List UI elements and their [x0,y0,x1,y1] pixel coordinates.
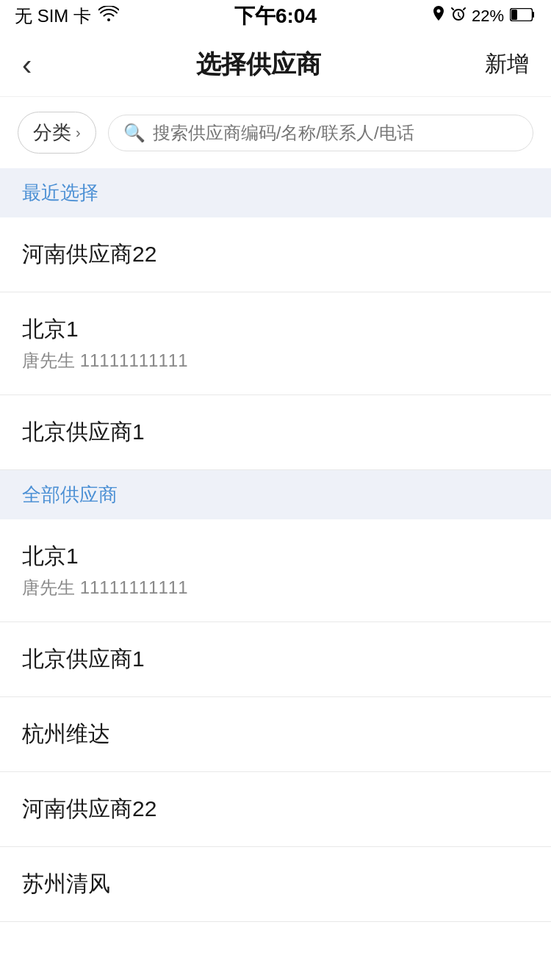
recent-section-header: 最近选择 [0,168,551,217]
category-label: 分类 [33,120,71,145]
all-list-item[interactable]: 北京1唐先生 11111111111 [0,519,551,622]
list-item-sub: 唐先生 11111111111 [22,576,529,599]
category-button[interactable]: 分类 › [18,112,96,154]
search-box[interactable]: 🔍 [108,115,533,151]
nav-bar: ‹ 选择供应商 新增 [0,32,551,97]
filter-bar: 分类 › 🔍 [0,97,551,168]
list-item-sub: 唐先生 11111111111 [22,349,529,372]
page-title: 选择供应商 [196,48,321,82]
chevron-right-icon: › [76,124,81,141]
battery-label: 22% [472,7,504,26]
wifi-icon [98,6,119,26]
location-icon [432,6,445,26]
recent-list-item[interactable]: 北京1唐先生 11111111111 [0,292,551,395]
list-item-name: 河南供应商22 [22,794,529,824]
search-input[interactable] [153,123,518,143]
all-list-item[interactable]: 河南供应商22 [0,772,551,847]
recent-list: 河南供应商22北京1唐先生 11111111111北京供应商1 [0,217,551,470]
all-list-item[interactable]: 苏州清风 [0,847,551,922]
all-list: 北京1唐先生 11111111111北京供应商1杭州维达河南供应商22苏州清风 [0,519,551,922]
all-section-header: 全部供应商 [0,470,551,519]
list-item-name: 杭州维达 [22,719,529,749]
search-icon: 🔍 [123,123,145,143]
all-list-item[interactable]: 杭州维达 [0,697,551,772]
status-left: 无 SIM 卡 [15,4,119,28]
all-section-title: 全部供应商 [22,483,118,505]
all-list-item[interactable]: 北京供应商1 [0,622,551,697]
recent-section-title: 最近选择 [22,181,98,203]
list-item-name: 北京1 [22,314,529,345]
list-item-name: 北京供应商1 [22,644,529,674]
svg-rect-2 [511,10,517,20]
list-item-name: 北京供应商1 [22,417,529,447]
back-button[interactable]: ‹ [22,50,32,79]
status-bar: 无 SIM 卡 下午6:04 22% [0,0,551,32]
list-item-name: 北京1 [22,541,529,572]
no-sim-label: 无 SIM 卡 [15,4,91,28]
status-time: 下午6:04 [234,2,317,30]
battery-icon [510,7,536,26]
recent-list-item[interactable]: 河南供应商22 [0,217,551,292]
recent-list-item[interactable]: 北京供应商1 [0,395,551,470]
add-button[interactable]: 新增 [485,49,529,79]
alarm-icon [451,6,466,26]
status-right: 22% [432,6,536,26]
list-item-name: 苏州清风 [22,869,529,899]
list-item-name: 河南供应商22 [22,239,529,270]
